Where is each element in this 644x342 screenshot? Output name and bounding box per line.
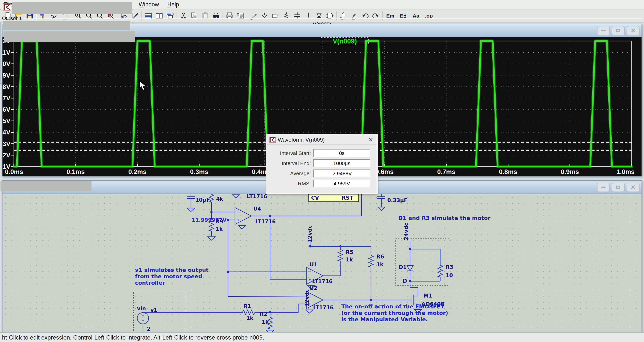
svg-text:9V: 9V [2, 72, 10, 79]
svg-text:10V: 10V [2, 60, 11, 67]
status-text: ht-Click to edit expression. Control-Lef… [2, 334, 264, 341]
minimize-button[interactable] [597, 183, 610, 192]
svg-text:6V: 6V [2, 106, 10, 113]
svg-text:1k: 1k [246, 315, 254, 321]
svg-text:11V: 11V [2, 49, 11, 56]
svg-text:1k: 1k [262, 319, 269, 325]
text-caret [332, 171, 332, 176]
highlighted-ic[interactable]: CV RST [309, 194, 358, 202]
svg-text:from the motor speed: from the motor speed [135, 273, 202, 280]
menu-window[interactable]: Window [139, 1, 159, 8]
interval-end-label: Interval End: [267, 160, 313, 166]
svg-text:The on-off action of the EMOSF: The on-off action of the EMOSFET [341, 304, 444, 310]
ground-icon [238, 225, 246, 229]
redacted-title-block [0, 181, 92, 191]
svg-text:0.7ms: 0.7ms [437, 168, 456, 175]
svg-text:2V: 2V [2, 151, 10, 159]
svg-text:0.3ms: 0.3ms [190, 168, 208, 175]
cursor-panel-titlebar[interactable] [0, 0, 132, 14]
svg-text:D1: D1 [399, 264, 406, 270]
svg-text:4k: 4k [216, 196, 224, 202]
close-icon[interactable]: ✕ [627, 26, 640, 35]
svg-text:LT1716: LT1716 [247, 194, 267, 199]
svg-text:2: 2 [147, 326, 150, 332]
svg-text:is the Manipulated Variable.: is the Manipulated Variable. [341, 316, 428, 323]
svg-text:0.2ms: 0.2ms [128, 168, 147, 175]
svg-text:U1: U1 [310, 262, 318, 268]
comparator-U4[interactable] [235, 208, 251, 224]
rms-field[interactable]: 4.959V [313, 180, 370, 187]
redacted-title-block [3, 21, 130, 30]
svg-text:10µF: 10µF [196, 197, 210, 203]
svg-text:R3: R3 [446, 264, 453, 270]
svg-text:1k: 1k [216, 226, 223, 232]
svg-text:7V: 7V [2, 94, 10, 102]
svg-text:10: 10 [446, 273, 453, 279]
interval-start-label: Interval Start: [267, 150, 313, 156]
resistor-R5[interactable] [338, 248, 342, 262]
dialog-title: Waveform: V(n009) [278, 137, 365, 143]
capacitor-033uF[interactable] [378, 194, 385, 201]
schematic-canvas[interactable]: CV RST 10µF R8 4k 11.999977V R9 1k U4 LT… [2, 194, 642, 332]
ground-icon [208, 237, 215, 240]
interval-end-field[interactable]: 1000µs [313, 159, 370, 167]
ground-icon [266, 330, 274, 332]
close-icon[interactable]: ✕ [367, 136, 374, 143]
diode-D1[interactable] [407, 265, 413, 271]
svg-text:R2: R2 [260, 311, 267, 317]
vsource-v1[interactable] [137, 313, 149, 324]
svg-text:D: D [403, 278, 407, 284]
svg-text:0.0ms: 0.0ms [5, 168, 23, 175]
svg-text:R9: R9 [216, 219, 223, 225]
schematic-window: ✕ [2, 180, 642, 332]
ground-icon [232, 195, 240, 198]
svg-text:1.0ms: 1.0ms [616, 168, 634, 175]
capacitor-10uF[interactable] [187, 194, 195, 201]
resistor-R6[interactable] [369, 254, 373, 268]
svg-text:U2: U2 [310, 285, 318, 291]
svg-text:LT1716: LT1716 [312, 279, 333, 285]
lt-logo-icon [269, 137, 276, 143]
rms-label: RMS: [267, 181, 313, 187]
svg-text:controller: controller [135, 280, 165, 286]
waveform-stats-dialog: Waveform: V(n009) ✕ Interval Start:0s In… [266, 135, 377, 193]
lt-logo-icon [3, 2, 12, 12]
svg-text:0.1ms: 0.1ms [66, 168, 85, 175]
svg-text:12vdc: 12vdc [304, 289, 310, 307]
interval-start-field[interactable]: 0s [313, 149, 370, 157]
average-label: Average: [267, 171, 313, 176]
svg-text:5V: 5V [2, 117, 10, 125]
status-bar: ht-Click to edit expression. Control-Lef… [0, 332, 644, 342]
svg-text:0.8ms: 0.8ms [499, 168, 518, 175]
schematic-labels: 10µF R8 4k 11.999977V R9 1k U4 LT1716 LT… [135, 194, 490, 332]
average-field[interactable]: 2.9488V [313, 170, 370, 177]
svg-text:0.9ms: 0.9ms [561, 168, 579, 175]
restore-button[interactable] [612, 183, 625, 192]
svg-text:3V: 3V [2, 140, 10, 148]
svg-text:R1: R1 [243, 303, 251, 309]
svg-text:U4: U4 [253, 206, 261, 212]
resistor-R3[interactable] [438, 264, 442, 278]
pin-cv-label: CV [311, 195, 319, 201]
close-icon[interactable]: ✕ [627, 183, 640, 192]
dialog-titlebar[interactable]: Waveform: V(n009) ✕ [267, 135, 377, 145]
svg-text:vin: vin [137, 306, 146, 312]
cursor1-heading: Cursor 1 [2, 15, 22, 21]
svg-text:v1 simulates the output: v1 simulates the output [135, 267, 209, 273]
redacted-title-block [12, 2, 132, 14]
svg-text:0.33µF: 0.33µF [387, 197, 408, 203]
ground-icon [187, 208, 195, 212]
restore-button[interactable] [612, 26, 625, 35]
svg-text:12vdc: 12vdc [307, 225, 313, 243]
menu-help[interactable]: Help [168, 1, 179, 8]
svg-text:24vdc: 24vdc [403, 223, 409, 240]
svg-text:M1: M1 [424, 293, 432, 299]
svg-text:(or the current through the mo: (or the current through the motor) [341, 310, 448, 316]
svg-text:1k: 1k [376, 262, 384, 268]
resistor-R1[interactable] [241, 310, 257, 315]
minimize-button[interactable] [597, 26, 610, 35]
svg-text:8V: 8V [2, 83, 10, 90]
svg-text:v1: v1 [150, 307, 157, 313]
svg-text:D1 and R3 simulate the motor: D1 and R3 simulate the motor [398, 215, 490, 221]
ground-icon [306, 310, 313, 313]
